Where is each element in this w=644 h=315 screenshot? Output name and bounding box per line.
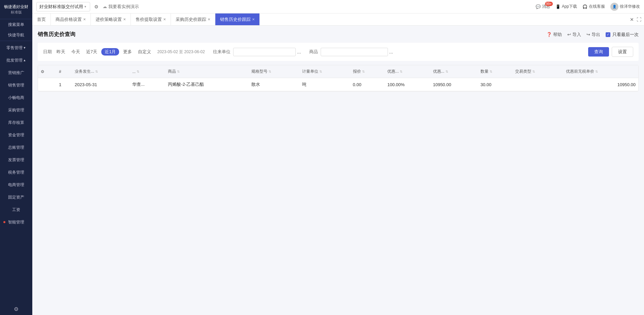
date-opt-last7[interactable]: 近7天 (84, 48, 99, 56)
sidebar-item-finance[interactable]: 资金管理 (0, 129, 32, 141)
service-label: 在线客服 (589, 4, 605, 9)
sidebar-item-tax[interactable]: 税务管理 (0, 166, 32, 179)
tab-sales-history-close[interactable]: ✕ (252, 18, 255, 21)
tab-purchase-history[interactable]: 采购历史价跟踪 ✕ (171, 13, 215, 26)
date-label: 日期 (43, 49, 52, 55)
sort-icon: ⇅ (445, 70, 448, 73)
sidebar-item-smart[interactable]: 智能管理 (0, 216, 32, 229)
sidebar-item-retail[interactable]: 零售管理 ▼ (0, 42, 32, 54)
sidebar-quick-nav[interactable]: 快捷导航 (0, 30, 32, 40)
page-header: 销售历史价查询 ❓ 帮助 ↩ 导入 ↪ 导出 ✓ 只 (38, 31, 639, 38)
sidebar-item-inventory[interactable]: 库存核算 (0, 116, 32, 129)
date-opt-today[interactable]: 今天 (69, 48, 82, 56)
sidebar-item-sales[interactable]: 销售管理 (0, 79, 32, 92)
product-label: 商品 (309, 49, 318, 55)
export-button[interactable]: ↪ 导出 (586, 32, 600, 38)
sidebar-item-ecom[interactable]: 电商管理 (0, 179, 32, 191)
th-trans-type[interactable]: 交易类型 ⇅ (512, 65, 563, 78)
sidebar-item-wholesale[interactable]: 批发管理 ▲ (0, 54, 32, 67)
product-dots[interactable]: ... (389, 49, 393, 55)
data-table-container: ⚙ # 业务发生... ⇅ ... ⇅ (38, 65, 639, 92)
sidebar-item-invoice[interactable]: 发票管理 (0, 154, 32, 166)
settings-icon[interactable]: ⚙ (14, 306, 19, 312)
date-opt-more[interactable]: 更多 (121, 48, 134, 56)
sidebar-divider-1 (0, 41, 32, 41)
setting-button[interactable]: 设置 (612, 47, 633, 57)
th-quantity[interactable]: 数量 ⇅ (478, 65, 512, 78)
supplier-input[interactable] (233, 48, 296, 56)
demo-link[interactable]: ☁ 我要看实例演示 (103, 4, 139, 10)
demo-label: 我要看实例演示 (108, 4, 139, 10)
tab-sale-price-close[interactable]: ✕ (163, 18, 166, 21)
sidebar-item-purchase[interactable]: 采购管理 (0, 104, 32, 116)
tab-close-icon[interactable]: ✕ (630, 17, 634, 22)
th-quantity-label: 数量 (480, 69, 489, 74)
sidebar-item-salary[interactable]: 工资 (0, 204, 32, 216)
sidebar-item-ecom-small[interactable]: 小畅电商 (0, 92, 32, 104)
data-table: ⚙ # 业务发生... ⇅ ... ⇅ (38, 65, 638, 91)
supplier-input-group: ... (233, 48, 301, 56)
sidebar-search[interactable]: 搜索菜单 (0, 19, 32, 30)
cell-business-date: 2023-05-31 (72, 78, 130, 91)
tab-strategy-label: 进价策略设置 (96, 16, 122, 23)
cell-unit: 吨 (299, 78, 350, 91)
th-extra[interactable]: ... ⇅ (130, 65, 165, 78)
th-spec[interactable]: 规格型号 ⇅ (249, 65, 299, 78)
tab-purchase-history-close[interactable]: ✕ (208, 18, 210, 21)
tab-price-close[interactable]: ✕ (83, 18, 86, 21)
sort-icon: ⇅ (362, 70, 365, 73)
th-discount-amt[interactable]: 优惠... ⇅ (430, 65, 478, 78)
tab-price[interactable]: 商品价格设置 ✕ (51, 13, 91, 26)
tab-sales-history[interactable]: 销售历史价跟踪 ✕ (215, 13, 260, 26)
help-button[interactable]: ❓ 帮助 (546, 32, 562, 38)
page-actions: ❓ 帮助 ↩ 导入 ↪ 导出 ✓ 只看最后一次 (546, 32, 639, 38)
th-business-date[interactable]: 业务发生... ⇅ (72, 65, 130, 78)
th-product[interactable]: 商品 ⇅ (165, 65, 248, 78)
sidebar-item-label: 工资 (12, 207, 20, 212)
date-opt-custom[interactable]: 自定义 (136, 48, 153, 56)
checkbox-icon: ✓ (606, 32, 610, 37)
import-icon: ↩ (567, 32, 571, 37)
tab-price-label: 商品价格设置 (56, 16, 82, 23)
tab-sales-history-label: 销售历史价跟踪 (220, 16, 251, 23)
sidebar-item-general[interactable]: 总账管理 (0, 141, 32, 154)
sidebar-item-marketing[interactable]: 营销推广 (0, 67, 32, 79)
tab-expand-icon[interactable]: ⛶ (637, 17, 641, 22)
help-label: 帮助 (553, 32, 562, 38)
cell-no-tax-price: 10950.00 (563, 78, 638, 91)
cell-gear (38, 78, 56, 91)
tab-strategy[interactable]: 进价策略设置 ✕ (91, 13, 131, 26)
online-service-button[interactable]: 🎧 在线客服 (582, 4, 605, 9)
sidebar-item-assets[interactable]: 固定资产 (0, 191, 32, 204)
supplier-dots[interactable]: ... (297, 49, 301, 55)
import-button[interactable]: ↩ 导入 (567, 32, 581, 38)
date-opt-last1m[interactable]: 近1月 (101, 48, 119, 56)
th-discount-pct[interactable]: 优惠... ⇅ (385, 65, 430, 78)
th-no-tax-price[interactable]: 优惠前无税单价 ⇅ (563, 65, 638, 78)
message-button[interactable]: 💬 消息 99+ (536, 4, 550, 9)
product-input[interactable] (321, 48, 388, 56)
export-icon: ↪ (586, 32, 590, 37)
tabs-end-controls: ✕ ⛶ (627, 17, 644, 22)
tab-home[interactable]: 首页 (32, 13, 51, 26)
tab-sale-price-label: 售价提取设置 (136, 16, 162, 23)
import-label: 导入 (572, 32, 581, 38)
date-range-display: 2023-05-02 至 2023-06-02 (157, 49, 205, 55)
tab-bar: 首页 商品价格设置 ✕ 进价策略设置 ✕ 售价提取设置 ✕ 采购历史价跟踪 ✕ … (32, 13, 644, 26)
topbar-gear-icon[interactable]: ⚙ (94, 4, 99, 9)
th-unit[interactable]: 计量单位 ⇅ (299, 65, 350, 78)
only-last-checkbox[interactable]: ✓ 只看最后一次 (606, 32, 639, 38)
workspace-dropdown[interactable]: 好业财标准版交付试用 ▾ (36, 2, 90, 11)
query-button[interactable]: 查询 (588, 47, 609, 57)
tab-strategy-close[interactable]: ✕ (123, 18, 126, 21)
user-menu[interactable]: 👤 徐泽华修改 (610, 3, 640, 11)
th-price[interactable]: 报价 ⇅ (350, 65, 385, 78)
date-opt-yesterday[interactable]: 昨天 (55, 48, 67, 56)
sidebar-item-label: 税务管理 (8, 170, 24, 175)
app-download-button[interactable]: 📱 App下载 (556, 4, 577, 9)
cell-extra: 华查... (130, 78, 165, 91)
tab-sale-price[interactable]: 售价提取设置 ✕ (131, 13, 171, 26)
sidebar-item-label: 销售管理 (8, 83, 24, 88)
th-gear[interactable]: ⚙ (38, 65, 56, 78)
table-header-row: ⚙ # 业务发生... ⇅ ... ⇅ (38, 65, 638, 78)
